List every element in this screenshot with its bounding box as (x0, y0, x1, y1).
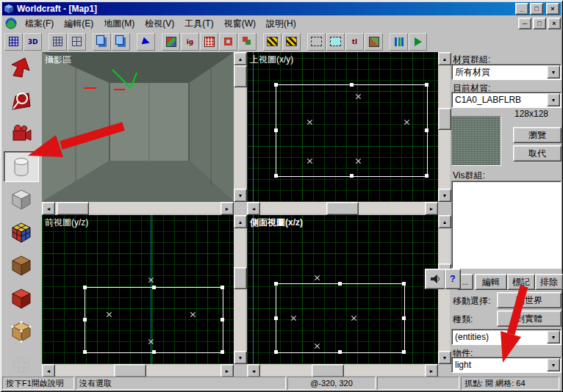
block-tool-button[interactable] (4, 184, 39, 215)
scrollbar-thumb[interactable] (114, 364, 146, 377)
to-world-button[interactable]: 到世界 (497, 292, 562, 308)
title-bar[interactable]: Worldcraft - [Map1] _ □ × (2, 2, 561, 15)
top-hscrollbar[interactable]: ◄ ► (247, 202, 438, 214)
split-face-button[interactable] (390, 33, 408, 51)
entity-marker-icon[interactable] (106, 311, 112, 318)
scroll-right-button[interactable]: ► (220, 202, 234, 215)
scroll-right-button[interactable]: ► (425, 364, 438, 377)
entity-tool-button[interactable] (4, 151, 39, 182)
front-vscrollbar[interactable]: ▲ ▼ (234, 215, 245, 364)
camera-tool-button[interactable] (4, 118, 39, 149)
menu-tools[interactable]: 工具(T) (179, 16, 218, 32)
texture-group-select[interactable]: 所有材質 ▼ (451, 64, 562, 80)
camera-viewport-canvas[interactable]: 攝影區 (42, 52, 234, 202)
selection-handle[interactable] (220, 350, 224, 354)
front-viewport-canvas[interactable]: 前視圖(y/z) (42, 215, 234, 364)
selection-handle[interactable] (274, 83, 278, 87)
close-button[interactable]: × (546, 3, 559, 15)
scrollbar-thumb[interactable] (57, 202, 89, 215)
scrollbar-thumb[interactable] (312, 364, 344, 377)
entity-marker-icon[interactable] (314, 275, 320, 281)
selection-handle[interactable] (350, 174, 354, 178)
replace-button[interactable]: 取代 (513, 145, 562, 161)
scroll-down-button[interactable]: ▼ (438, 351, 451, 364)
chevron-down-icon[interactable]: ▼ (547, 330, 560, 344)
selection-handle[interactable] (83, 318, 87, 322)
to-entity-button[interactable]: 到實體 (497, 311, 562, 327)
exclude-button[interactable]: 排除 (535, 274, 563, 290)
entity-marker-icon[interactable] (148, 338, 154, 345)
carve-button[interactable] (200, 33, 218, 51)
entity-marker-icon[interactable] (190, 311, 196, 318)
entity-category-select[interactable]: (entities) ▼ (451, 329, 562, 345)
selection-handle[interactable] (425, 83, 428, 87)
top-viewport-canvas[interactable]: 上視圖(x/y) (247, 52, 438, 202)
selection-handle[interactable] (274, 174, 278, 178)
entity-marker-icon[interactable] (404, 119, 410, 126)
scroll-down-button[interactable]: ▼ (234, 351, 247, 364)
scroll-left-button[interactable]: ◄ (42, 364, 55, 377)
camera-hscrollbar[interactable]: ◄ ► (42, 202, 234, 214)
magnify-tool-button[interactable] (4, 85, 39, 116)
scroll-down-button[interactable]: ▼ (438, 189, 451, 202)
selection-handle[interactable] (338, 350, 342, 354)
selection-handle[interactable] (350, 83, 354, 87)
selection-handle[interactable] (220, 286, 224, 289)
texture-application-button[interactable] (365, 33, 383, 51)
menu-help[interactable]: 說明(H) (261, 16, 301, 32)
selection-handle[interactable] (274, 350, 278, 354)
path-tool-button[interactable] (4, 349, 39, 380)
selection-handle[interactable] (425, 128, 428, 132)
maximize-button[interactable]: □ (530, 3, 543, 15)
selection-handle[interactable] (83, 350, 87, 354)
object-select[interactable]: light ▼ (451, 357, 562, 373)
run-map-button[interactable] (409, 33, 427, 51)
entity-marker-icon[interactable] (290, 315, 297, 322)
entity-marker-icon[interactable] (355, 158, 362, 164)
entity-marker-icon[interactable] (314, 343, 320, 349)
scrollbar-thumb[interactable] (234, 65, 247, 87)
apply-decals-tool-button[interactable] (4, 250, 39, 281)
selection-handle[interactable] (274, 282, 278, 286)
vis-group-list[interactable] (451, 181, 562, 269)
mdi-close-button[interactable]: × (548, 18, 561, 29)
menu-map[interactable]: 地圖(M) (98, 16, 140, 32)
chevron-down-icon[interactable]: ▼ (547, 358, 560, 371)
selection-handle[interactable] (338, 282, 342, 286)
ignore-groups-button[interactable]: ig (181, 33, 199, 51)
chevron-down-icon[interactable]: ▼ (547, 93, 560, 106)
selection-handle[interactable] (220, 318, 224, 322)
entity-marker-icon[interactable] (351, 315, 357, 322)
minimize-button[interactable]: _ (515, 3, 528, 15)
scrollbar-thumb[interactable] (234, 267, 247, 289)
selection-handle[interactable] (402, 350, 406, 354)
vertex-manipulation-tool-button[interactable] (4, 316, 39, 347)
front-hscrollbar[interactable]: ◄ ► (42, 364, 234, 376)
selection-handle[interactable] (402, 316, 406, 320)
mdi-restore-button[interactable]: □ (533, 18, 546, 29)
clipping-tool-button[interactable] (4, 283, 39, 314)
scrollbar-thumb[interactable] (438, 108, 451, 130)
top-vscrollbar[interactable]: ▲ ▼ (438, 52, 450, 202)
texture-application-tool-button[interactable] (4, 217, 39, 248)
chevron-down-icon[interactable]: ▼ (547, 65, 560, 79)
texture-lock-button[interactable]: tl (345, 33, 364, 51)
selection-bounds[interactable] (276, 84, 428, 177)
larger-grid-button[interactable] (68, 33, 86, 51)
entity-marker-icon[interactable] (306, 158, 313, 164)
toggle-grid-button[interactable] (4, 33, 23, 51)
selection-handle[interactable] (402, 282, 406, 286)
side-viewport-canvas[interactable]: 側面視圖(x/z) (247, 215, 438, 364)
camera-vscrollbar[interactable]: ▲ ▼ (234, 52, 245, 202)
mark-button[interactable]: 標記 (507, 274, 535, 290)
selection-handle[interactable] (274, 128, 278, 132)
hide-selected-button[interactable] (263, 33, 282, 51)
hide-unselected-button[interactable] (282, 33, 301, 51)
side-vscrollbar[interactable]: ▲ ▼ (438, 215, 450, 364)
menu-edit[interactable]: 編輯(E) (59, 16, 98, 32)
scroll-left-button[interactable]: ◄ (247, 202, 260, 215)
selection-handle[interactable] (83, 286, 87, 289)
selection-handle[interactable] (152, 350, 156, 354)
selection-tool-button[interactable] (4, 52, 39, 83)
menu-view[interactable]: 檢視(V) (140, 16, 179, 32)
